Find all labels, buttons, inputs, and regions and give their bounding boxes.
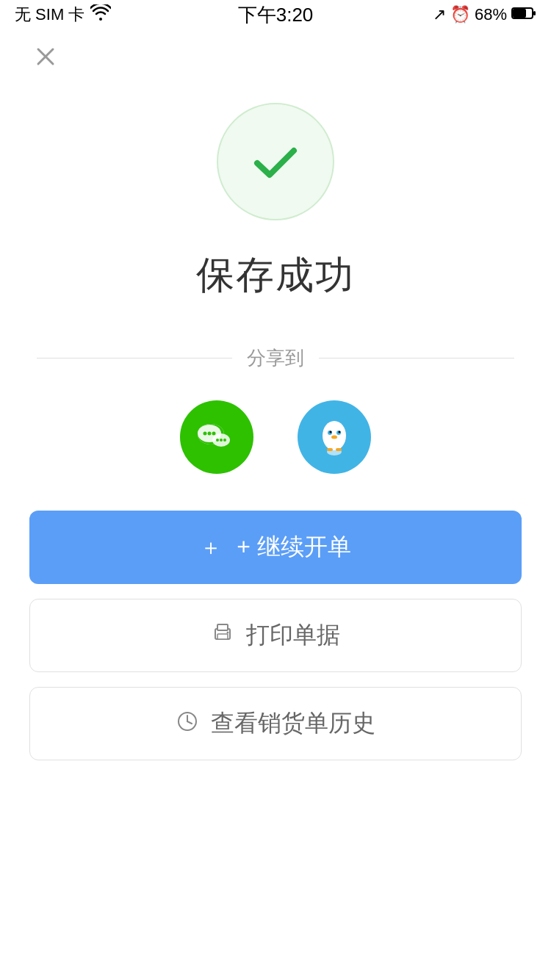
svg-point-19 xyxy=(330,431,332,433)
main-content: 保存成功 分享到 xyxy=(0,29,551,760)
svg-rect-25 xyxy=(217,624,228,630)
success-icon-circle xyxy=(217,103,334,220)
continue-button[interactable]: ＋ + 继续开单 xyxy=(29,511,522,584)
continue-label: + 继续开单 xyxy=(237,531,351,563)
qq-icon xyxy=(312,415,356,459)
svg-point-9 xyxy=(208,432,212,436)
svg-rect-26 xyxy=(217,634,228,639)
history-label: 查看销货单历史 xyxy=(211,707,375,740)
action-buttons: ＋ + 继续开单 打印单据 xyxy=(0,511,551,760)
svg-point-10 xyxy=(212,432,216,436)
divider-line-left xyxy=(37,358,232,359)
alarm-icon: ⏰ xyxy=(450,5,470,24)
close-button[interactable] xyxy=(29,40,62,73)
location-icon: ↗ xyxy=(433,5,446,24)
svg-rect-23 xyxy=(336,448,342,451)
svg-point-27 xyxy=(227,631,229,633)
no-sim-label: 无 SIM 卡 xyxy=(15,4,84,26)
svg-point-20 xyxy=(339,431,341,433)
divider-line-right xyxy=(319,358,514,359)
svg-point-14 xyxy=(223,439,226,442)
checkmark-icon xyxy=(246,132,305,191)
plus-icon: ＋ xyxy=(200,533,222,563)
svg-point-8 xyxy=(204,432,207,436)
clock-icon xyxy=(176,710,199,738)
share-section: 分享到 xyxy=(0,345,551,474)
print-label: 打印单据 xyxy=(246,619,340,652)
svg-rect-2 xyxy=(533,11,536,15)
share-divider: 分享到 xyxy=(37,345,514,371)
svg-point-12 xyxy=(216,439,219,442)
battery-label: 68% xyxy=(475,5,507,24)
svg-point-13 xyxy=(220,439,223,442)
battery-icon xyxy=(511,5,536,24)
success-title: 保存成功 xyxy=(196,250,355,301)
status-right: ↗ ⏰ 68% xyxy=(433,5,536,24)
status-bar: 无 SIM 卡 下午3:20 ↗ ⏰ 68% xyxy=(0,0,551,29)
printer-icon xyxy=(211,621,234,650)
history-button[interactable]: 查看销货单历史 xyxy=(29,687,522,760)
status-time: 下午3:20 xyxy=(238,2,314,28)
status-left: 无 SIM 卡 xyxy=(15,4,111,26)
svg-point-21 xyxy=(331,436,337,439)
svg-rect-22 xyxy=(327,448,333,451)
svg-rect-1 xyxy=(513,9,526,18)
wifi-icon xyxy=(90,4,111,25)
share-icons-row xyxy=(37,400,514,474)
svg-line-30 xyxy=(187,721,192,724)
print-button[interactable]: 打印单据 xyxy=(29,599,522,672)
wechat-share-button[interactable] xyxy=(180,400,253,474)
qq-share-button[interactable] xyxy=(298,400,371,474)
wechat-icon xyxy=(195,415,239,459)
share-label: 分享到 xyxy=(247,345,304,371)
